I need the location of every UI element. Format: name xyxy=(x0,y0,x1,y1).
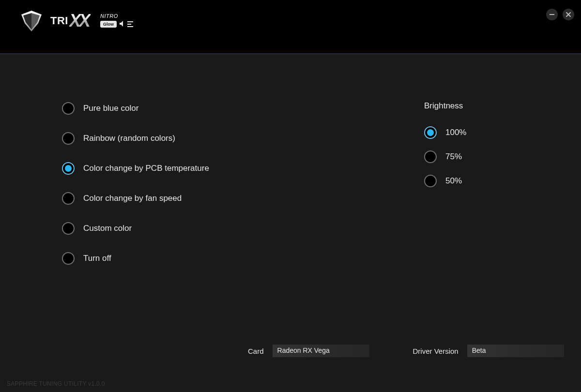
header: TRI XX NITRO Glow xyxy=(0,0,581,54)
mode-option-fan-speed[interactable]: Color change by fan speed xyxy=(62,192,209,205)
radio-icon xyxy=(424,126,437,139)
card-field: Card Radeon RX Vega xyxy=(248,345,369,357)
card-label: Card xyxy=(248,347,264,355)
radio-icon xyxy=(62,132,75,145)
footer: Card Radeon RX Vega Driver Version Beta … xyxy=(0,329,581,392)
driver-label: Driver Version xyxy=(413,347,459,355)
radio-icon xyxy=(62,192,75,205)
radio-icon xyxy=(62,252,75,265)
shield-icon xyxy=(19,9,44,33)
radio-label: Color change by fan speed xyxy=(83,194,182,203)
window-controls xyxy=(546,9,574,20)
radio-label: 100% xyxy=(445,128,466,137)
mode-option-off[interactable]: Turn off xyxy=(62,252,209,265)
radio-label: Rainbow (random colors) xyxy=(83,134,175,143)
sound-icon xyxy=(120,20,124,29)
main-panel: Pure blue color Rainbow (random colors) … xyxy=(0,55,581,329)
driver-select[interactable]: Beta xyxy=(467,345,564,357)
brightness-option-100[interactable]: 100% xyxy=(424,126,466,139)
radio-icon xyxy=(424,175,437,187)
logo-text: TRI XX xyxy=(50,11,91,31)
brightness-title: Brightness xyxy=(424,101,466,111)
brightness-options: Brightness 100% 75% 50% xyxy=(424,101,466,199)
glow-label: Glow xyxy=(100,21,117,28)
radio-icon xyxy=(62,102,75,115)
nitro-label: NITRO xyxy=(100,13,118,19)
mode-option-rainbow[interactable]: Rainbow (random colors) xyxy=(62,132,209,145)
mode-options: Pure blue color Rainbow (random colors) … xyxy=(62,102,209,282)
card-select[interactable]: Radeon RX Vega xyxy=(273,345,369,357)
radio-icon xyxy=(62,222,75,235)
radio-label: Pure blue color xyxy=(83,104,138,113)
mode-option-pure-blue[interactable]: Pure blue color xyxy=(62,102,209,115)
logo-xx: XX xyxy=(69,11,91,31)
app-logo: TRI XX NITRO Glow xyxy=(19,9,133,33)
nitro-glow-badge: NITRO Glow xyxy=(100,13,133,29)
logo-tri: TRI xyxy=(50,15,68,27)
radio-label: Turn off xyxy=(83,254,111,263)
footer-fields: Card Radeon RX Vega Driver Version Beta xyxy=(0,345,581,357)
brightness-option-75[interactable]: 75% xyxy=(424,151,466,163)
mode-option-pcb-temp[interactable]: Color change by PCB temperature xyxy=(62,162,209,175)
radio-icon xyxy=(424,151,437,163)
radio-icon xyxy=(62,162,75,175)
radio-label: Custom color xyxy=(83,224,132,233)
close-button[interactable] xyxy=(563,9,574,20)
radio-label: Color change by PCB temperature xyxy=(83,164,209,173)
sound-lines-icon xyxy=(127,21,133,27)
version-text: SAPPHIRE TUNING UTILITY v1.0.0 xyxy=(7,380,105,387)
mode-option-custom[interactable]: Custom color xyxy=(62,222,209,235)
brightness-option-50[interactable]: 50% xyxy=(424,175,466,187)
minimize-button[interactable] xyxy=(546,9,558,20)
svg-rect-0 xyxy=(550,14,554,15)
radio-label: 75% xyxy=(445,152,462,162)
driver-field: Driver Version Beta xyxy=(413,345,564,357)
radio-label: 50% xyxy=(445,176,462,186)
